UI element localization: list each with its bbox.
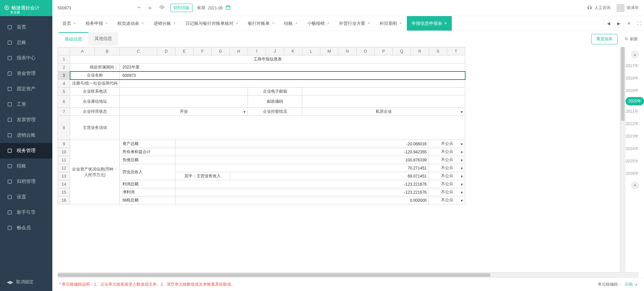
col-header-M[interactable]: M bbox=[320, 47, 338, 55]
year-2019年[interactable]: 2019年 bbox=[626, 85, 644, 97]
year-2021年[interactable]: 2021年 bbox=[626, 105, 644, 118]
year-2022年[interactable]: 2022年 bbox=[626, 118, 644, 130]
sidebar-item-2[interactable]: 报表中心 bbox=[0, 50, 52, 66]
col-header-F[interactable]: F bbox=[194, 47, 212, 55]
tab-close-icon[interactable]: ✕ bbox=[105, 21, 108, 26]
tab-close-icon[interactable]: ✕ bbox=[295, 21, 298, 26]
col-header-R[interactable]: R bbox=[411, 47, 429, 55]
support-button[interactable]: 人工咨询 bbox=[587, 5, 610, 11]
sidebar-item-0[interactable]: 首页 bbox=[0, 19, 52, 35]
tab-close-icon[interactable]: ✕ bbox=[235, 21, 238, 26]
col-header-N[interactable]: N bbox=[338, 47, 357, 55]
tab-2[interactable]: 税负波动表✕ bbox=[113, 20, 149, 27]
reset-report-button[interactable]: 重置报表 bbox=[591, 34, 618, 44]
visibility-select-9[interactable]: 不公示 bbox=[429, 140, 465, 148]
col-header-A[interactable]: A bbox=[70, 47, 95, 55]
tab-close-icon[interactable]: ✕ bbox=[173, 21, 176, 26]
visibility-select-15[interactable]: 不公示 bbox=[429, 188, 465, 196]
tab-basic-info[interactable]: 基础信息 bbox=[58, 32, 89, 46]
col-header-H[interactable]: H bbox=[230, 47, 248, 55]
settings-button[interactable] bbox=[158, 4, 166, 12]
sidebar-item-12[interactable]: 新手引导 bbox=[0, 205, 52, 220]
visibility-select-16[interactable]: 不公示 bbox=[429, 196, 465, 204]
sidebar-item-4[interactable]: 固定资产 bbox=[0, 81, 52, 97]
year-2018年[interactable]: 2018年 bbox=[626, 72, 644, 85]
col-header-B[interactable]: B bbox=[95, 47, 120, 55]
col-header-S[interactable]: S bbox=[429, 47, 447, 55]
col-header-G[interactable]: G bbox=[212, 47, 230, 55]
sidebar-item-3[interactable]: 资金管理 bbox=[0, 66, 52, 81]
example-link[interactable]: 示例 bbox=[625, 282, 633, 287]
tab-other-info[interactable]: 其他信息 bbox=[89, 32, 118, 46]
col-header-T[interactable]: T bbox=[447, 47, 465, 55]
col-header-P[interactable]: P bbox=[375, 47, 393, 55]
year-2024年[interactable]: 2024年 bbox=[626, 143, 644, 155]
tab-6[interactable]: 结账✕ bbox=[279, 20, 303, 27]
company-dropdown-icon[interactable] bbox=[136, 5, 142, 11]
holding-type-select[interactable]: 私营企业 bbox=[302, 108, 465, 116]
tab-0[interactable]: 首页✕ bbox=[58, 20, 81, 27]
sidebar-item-6[interactable]: 发票管理 bbox=[0, 112, 52, 128]
horizontal-scrollbar[interactable] bbox=[58, 272, 639, 278]
year-up[interactable]: ▴ bbox=[631, 50, 639, 58]
tab-close-icon[interactable]: ✕ bbox=[367, 21, 370, 26]
visibility-select-14[interactable]: 不公示 bbox=[429, 180, 465, 188]
tabs-prev[interactable]: ◀ bbox=[604, 16, 614, 31]
sidebar-item-8[interactable]: 税务管理 bbox=[0, 143, 52, 158]
col-header-K[interactable]: K bbox=[284, 47, 302, 55]
year-2025年[interactable]: 2025年 bbox=[626, 155, 644, 167]
tab-close-icon[interactable]: ✕ bbox=[141, 21, 144, 26]
col-header-C[interactable]: C bbox=[120, 47, 157, 55]
year-2017年[interactable]: 2017年 bbox=[626, 60, 644, 72]
tab-close-icon[interactable]: ✕ bbox=[444, 21, 447, 26]
company-name-cell[interactable]: 500973 bbox=[120, 71, 465, 80]
sidebar-item-10[interactable]: 归档管理 bbox=[0, 174, 52, 189]
sidebar-item-1[interactable]: 总账 bbox=[0, 35, 52, 50]
unpin-button[interactable]: ◀▶ 取消固定 bbox=[0, 273, 52, 291]
tab-9[interactable]: 科目期初✕ bbox=[375, 20, 407, 27]
year-down[interactable]: ▾ bbox=[631, 181, 639, 189]
add-button[interactable] bbox=[146, 4, 154, 12]
tab-close-icon[interactable]: ✕ bbox=[73, 21, 76, 26]
tab-10[interactable]: 年报信息申报表✕ bbox=[407, 16, 452, 31]
visibility-select-11[interactable]: 不公示 bbox=[429, 156, 465, 164]
switch-old-version[interactable]: 切到旧版 bbox=[170, 4, 193, 12]
tab-close-icon[interactable]: ✕ bbox=[272, 21, 275, 26]
tab-8[interactable]: 外贸行业方案✕ bbox=[334, 20, 375, 27]
user-menu[interactable]: 徐泽华 bbox=[616, 4, 639, 12]
sidebar-item-5[interactable]: 工资 bbox=[0, 97, 52, 112]
corner-cell[interactable] bbox=[58, 47, 70, 55]
tab-7[interactable]: 小畅报销✕ bbox=[303, 20, 334, 27]
year-2020年[interactable]: 2020年 bbox=[626, 97, 644, 105]
col-header-L[interactable]: L bbox=[302, 47, 320, 55]
vertical-scrollbar[interactable] bbox=[620, 47, 625, 272]
visibility-select-10[interactable]: 不公示 bbox=[429, 148, 465, 156]
sidebar-item-7[interactable]: 进销台账 bbox=[0, 128, 52, 143]
tab-5[interactable]: 银行对账单✕ bbox=[243, 20, 279, 27]
tab-1[interactable]: 税务申报✕ bbox=[81, 20, 113, 27]
sidebar-item-9[interactable]: 结账 bbox=[0, 158, 52, 174]
col-header-D[interactable]: D bbox=[157, 47, 175, 55]
tabs-fullscreen[interactable]: ⛶ bbox=[634, 16, 644, 31]
year-2023年[interactable]: 2023年 bbox=[626, 130, 644, 143]
tab-3[interactable]: 进销台账✕ bbox=[149, 20, 181, 27]
accounting-period[interactable]: 账期 2021-06 bbox=[197, 5, 231, 11]
col-header-J[interactable]: J bbox=[266, 47, 284, 55]
col-header-O[interactable]: O bbox=[357, 47, 375, 55]
year-2026年[interactable]: 2026年 bbox=[626, 167, 644, 180]
tab-4[interactable]: 日记账与银行对账单核对✕ bbox=[181, 20, 243, 27]
sidebar-item-11[interactable]: 设置 bbox=[0, 189, 52, 205]
business-status-select[interactable]: 开业 bbox=[120, 108, 248, 116]
sidebar-item-13[interactable]: 畅会员 bbox=[0, 220, 52, 236]
example-dropdown-icon[interactable]: ▾ bbox=[635, 282, 637, 287]
col-header-Q[interactable]: Q bbox=[393, 47, 411, 55]
tabs-next[interactable]: ▶ bbox=[614, 16, 624, 31]
visibility-select-13[interactable]: 不公示 bbox=[429, 172, 465, 180]
visibility-select-12[interactable]: 不公示 bbox=[429, 164, 465, 172]
tabs-close-all[interactable]: ✕ bbox=[624, 16, 634, 31]
col-header-E[interactable]: E bbox=[175, 47, 194, 55]
col-header-I[interactable]: I bbox=[248, 47, 266, 55]
tab-close-icon[interactable]: ✕ bbox=[327, 21, 330, 26]
company-selector[interactable]: 500973 bbox=[58, 6, 131, 10]
tab-close-icon[interactable]: ✕ bbox=[399, 21, 402, 26]
